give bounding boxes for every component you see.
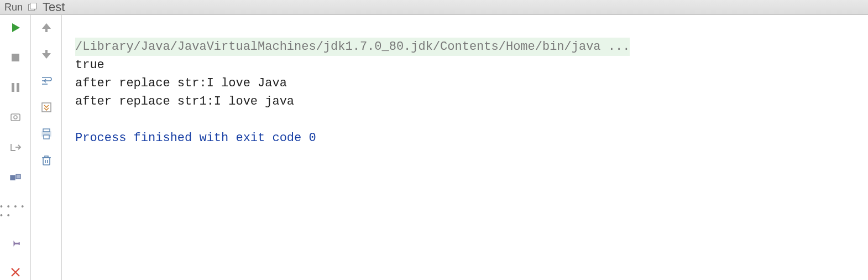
scroll-to-end-icon[interactable] [39, 100, 54, 115]
svg-rect-4 [17, 83, 19, 92]
run-tool-window: Run Test [0, 0, 868, 280]
output-line-1: true [75, 58, 104, 72]
console-output[interactable]: /Library/Java/JavaVirtualMachines/jdk1.7… [62, 15, 868, 280]
svg-rect-8 [16, 174, 20, 179]
exit-message: Process finished with exit code 0 [75, 131, 316, 145]
more-dots: • • • • • • [0, 200, 30, 220]
svg-rect-7 [11, 175, 15, 180]
run-label: Run [4, 2, 23, 13]
scroll-down-icon[interactable] [39, 47, 54, 61]
svg-point-6 [14, 116, 17, 119]
soft-wrap-icon[interactable] [39, 74, 54, 88]
svg-rect-15 [43, 158, 50, 165]
svg-rect-2 [12, 54, 19, 61]
output-line-2: after replace str:I love Java [75, 76, 287, 90]
clear-all-icon[interactable] [39, 153, 54, 168]
print-icon[interactable] [39, 127, 54, 141]
svg-rect-12 [43, 129, 50, 132]
console-tools-gutter [31, 15, 62, 280]
run-body: • • • • • • » [0, 15, 868, 280]
dump-threads-icon[interactable] [8, 110, 23, 125]
layout-icon[interactable] [8, 170, 23, 184]
run-header: Run Test [0, 0, 868, 15]
pin-icon[interactable] [8, 235, 23, 250]
run-config-name: Test [43, 0, 65, 14]
close-icon[interactable] [8, 265, 23, 279]
output-line-3: after replace str1:I love java [75, 95, 294, 108]
svg-rect-5 [11, 114, 20, 121]
window-icon [27, 2, 38, 13]
svg-rect-3 [12, 83, 14, 92]
exit-icon[interactable] [8, 140, 23, 154]
pause-icon[interactable] [8, 80, 23, 95]
stop-icon[interactable] [8, 50, 23, 65]
command-line[interactable]: /Library/Java/JavaVirtualMachines/jdk1.7… [75, 38, 630, 56]
run-controls-gutter: • • • • • • » [0, 15, 31, 280]
rerun-icon[interactable] [8, 20, 23, 35]
svg-rect-1 [30, 3, 36, 9]
svg-rect-9 [45, 28, 48, 32]
svg-rect-14 [44, 135, 49, 139]
output-blank [75, 113, 82, 127]
scroll-up-icon[interactable] [39, 20, 54, 35]
